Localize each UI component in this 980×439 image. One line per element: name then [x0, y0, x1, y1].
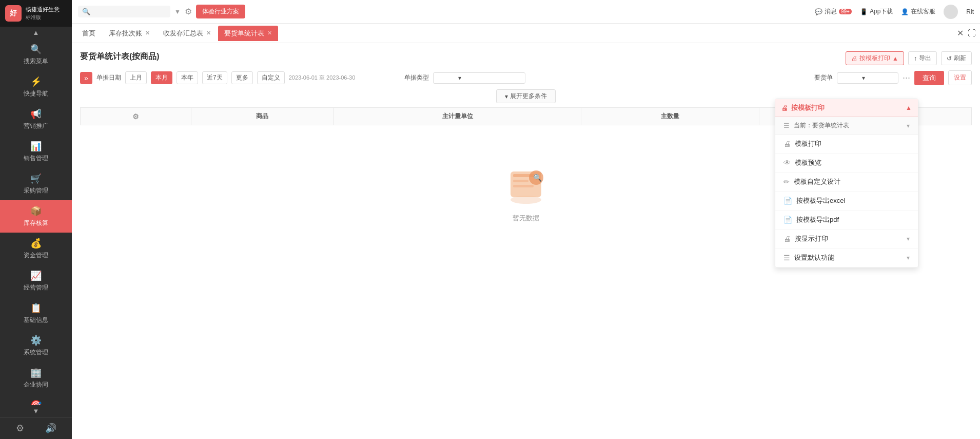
print-dropdown-header-right: ▲ [906, 104, 912, 111]
table-settings-icon[interactable]: ⚙ [132, 112, 139, 121]
default-func-chevron: ▾ [907, 254, 910, 261]
export-icon: ↑ [914, 55, 917, 62]
sidebar-item-inventory[interactable]: 📦 库存核算 [0, 200, 72, 233]
sidebar-item-quick-nav[interactable]: ⚡ 快捷导航 [0, 71, 72, 103]
empty-illustration: 🔍 [500, 156, 552, 207]
sidebar-footer: ⚙ 🔊 [0, 417, 72, 439]
sidebar-item-label: 企业协同 [24, 380, 48, 389]
filter-toggle-btn[interactable]: » [80, 72, 92, 84]
basic-info-icon: 📋 [30, 302, 42, 314]
display-print-chevron: ▾ [907, 235, 910, 242]
dropdown-subitem-default-func[interactable]: ☰ 设置默认功能 ▾ [775, 249, 918, 268]
online-service-action[interactable]: 👤 在线客服 [901, 7, 935, 16]
topbar: 🔍 ▼ ⚙ 体验行业方案 💬 消息 99+ 📱 App下载 👤 在线客服 Rit [72, 0, 980, 24]
sidebar-item-marketing[interactable]: 📢 营销推广 [0, 103, 72, 136]
empty-text: 暂无数据 [513, 214, 539, 223]
search-input[interactable] [92, 8, 144, 15]
col-settings[interactable]: ⚙ [81, 108, 191, 125]
date-btn-7days[interactable]: 近7天 [202, 71, 227, 84]
template-custom-icon: ✏ [783, 178, 790, 186]
app-download-label: App下载 [870, 7, 893, 16]
sidebar-item-label: 资金管理 [24, 251, 48, 260]
date-btn-more[interactable]: 更多 [231, 71, 253, 84]
tab-home[interactable]: 首页 [76, 26, 102, 41]
refresh-button[interactable]: ↺ 刷新 [941, 51, 972, 65]
dropdown-item-template-custom[interactable]: ✏ 模板自定义设计 [775, 173, 918, 192]
dropdown-item-template-print[interactable]: 🖨 模板打印 [775, 135, 918, 154]
tab-inventory-batch[interactable]: 库存批次账 ✕ [103, 26, 156, 41]
sidebar-item-search-menu[interactable]: 🔍 搜索菜单 [0, 39, 72, 71]
enterprise-icon: 🏢 [30, 367, 42, 378]
sidebar-item-basic-info[interactable]: 📋 基础信息 [0, 297, 72, 330]
display-print-label: 按显示打印 [795, 234, 828, 243]
topbar-gear-icon[interactable]: ⚙ [185, 7, 192, 16]
topbar-search-box[interactable]: 🔍 [78, 6, 170, 17]
sales-icon: 📊 [30, 141, 42, 152]
date-btn-this-year[interactable]: 本年 [177, 71, 198, 84]
bill-type-label: 单据类型 [404, 73, 429, 82]
page-title: 要货单统计表(按商品) [80, 51, 972, 62]
system-icon: ⚙️ [30, 335, 42, 346]
scroll-up-btn[interactable]: ▲ [0, 27, 72, 39]
settings-button[interactable]: 设置 [948, 70, 972, 85]
operations-icon: 📈 [30, 270, 42, 281]
dropdown-item-export-excel[interactable]: 📄 按模板导出excel [775, 192, 918, 211]
filter-bar: » 单据日期 上月 本月 本年 近7天 更多 自定义 2023-06-01 至 … [80, 70, 972, 85]
tab-order-stats[interactable]: 要货单统计表 ✕ [218, 26, 278, 41]
user-avatar[interactable] [944, 5, 958, 19]
print-dropdown-header: 🖨 按模板打印 ▲ [775, 99, 918, 117]
svg-rect-3 [513, 180, 528, 182]
bill-type-dropdown[interactable]: ▾ [433, 72, 525, 84]
order-stats-label: 要货单统计表 [224, 29, 264, 38]
print-template-button[interactable]: 🖨 按模板打印 ▲ [846, 51, 904, 65]
svg-text:🔍: 🔍 [533, 174, 542, 182]
date-btn-this-month[interactable]: 本月 [151, 71, 172, 84]
sidebar-item-guide[interactable]: 🎯 新手引导 [0, 394, 72, 405]
empty-svg: 🔍 [500, 156, 552, 207]
fullscreen-icon[interactable]: ⛶ [968, 29, 976, 38]
expand-conditions-btn[interactable]: ▾ 展开更多条件 [496, 89, 556, 103]
app-logo-icon: 好 [5, 5, 22, 22]
close-tab-order-stats[interactable]: ✕ [267, 30, 272, 36]
topbar-actions: 💬 消息 99+ 📱 App下载 👤 在线客服 Rit [815, 5, 974, 19]
close-tab-receipt-summary[interactable]: ✕ [206, 30, 211, 36]
current-template-icon: ☰ [783, 122, 790, 129]
require-goods-dropdown[interactable]: ▾ [837, 72, 898, 84]
refresh-icon: ↺ [947, 55, 952, 62]
close-tab-inventory-batch[interactable]: ✕ [145, 30, 150, 36]
scroll-down-btn[interactable]: ▼ [0, 405, 72, 417]
query-button[interactable]: 查询 [914, 71, 944, 85]
dropdown-item-export-pdf[interactable]: 📄 按模板导出pdf [775, 211, 918, 230]
trial-button[interactable]: 体验行业方案 [196, 5, 245, 18]
marketing-icon: 📢 [30, 108, 42, 120]
current-template-row[interactable]: ☰ 当前：要货单统计表 ▾ [775, 117, 918, 135]
settings-footer-icon[interactable]: ⚙ [16, 423, 24, 434]
sidebar-item-operations[interactable]: 📈 经营管理 [0, 265, 72, 297]
display-print-left: 🖨 按显示打印 [783, 234, 828, 243]
date-btn-last-month[interactable]: 上月 [125, 71, 147, 84]
topbar-dropdown-icon[interactable]: ▼ [174, 8, 181, 15]
dropdown-subitem-display-print[interactable]: 🖨 按显示打印 ▾ [775, 230, 918, 249]
tab-receipt-summary[interactable]: 收发存汇总表 ✕ [157, 26, 217, 41]
sidebar-item-finance[interactable]: 💰 资金管理 [0, 233, 72, 265]
service-icon: 👤 [901, 8, 909, 15]
sidebar-item-sales[interactable]: 📊 销售管理 [0, 136, 72, 168]
sidebar-item-purchase[interactable]: 🛒 采购管理 [0, 168, 72, 200]
dropdown-item-template-preview[interactable]: 👁 模板预览 [775, 154, 918, 173]
col-unit: 主计量单位 [334, 108, 581, 125]
page-inner: 要货单统计表(按商品) 🖨 按模板打印 ▲ ↑ 导出 ↺ 刷新 [72, 43, 980, 439]
tabs-bar: 首页 库存批次账 ✕ 收发存汇总表 ✕ 要货单统计表 ✕ ✕ ⛶ [72, 24, 980, 43]
message-action[interactable]: 💬 消息 99+ [815, 7, 852, 16]
app-download-action[interactable]: 📱 App下载 [860, 7, 893, 16]
export-pdf-icon: 📄 [783, 216, 792, 224]
sidebar-item-enterprise[interactable]: 🏢 企业协同 [0, 362, 72, 394]
export-button[interactable]: ↑ 导出 [908, 51, 937, 65]
sidebar-item-system[interactable]: ⚙️ 系统管理 [0, 330, 72, 362]
print-dropdown-collapse-icon[interactable]: ▲ [906, 104, 912, 111]
sidebar-item-label: 系统管理 [24, 348, 48, 357]
close-all-tabs-icon[interactable]: ✕ [957, 28, 964, 38]
svg-rect-4 [513, 185, 534, 187]
sound-footer-icon[interactable]: 🔊 [45, 423, 56, 434]
date-btn-custom[interactable]: 自定义 [257, 71, 285, 84]
more-options-icon[interactable]: ··· [903, 72, 910, 83]
